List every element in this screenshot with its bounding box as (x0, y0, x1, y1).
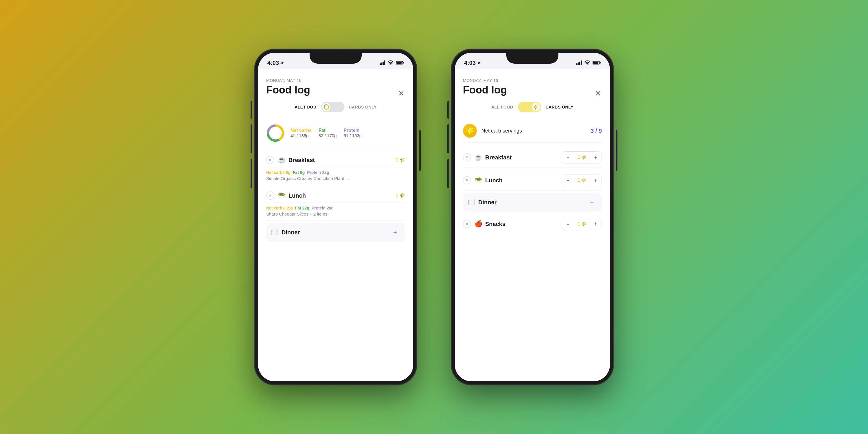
battery-icon-right (593, 61, 601, 65)
meal-dinner-left: 🍽️ Dinner + (266, 223, 405, 242)
svg-rect-21 (600, 62, 601, 64)
stat-fat-left: Fat 32 / 170g (318, 128, 337, 138)
net-carb-row-right: 🌾 Net carb servings 3 / 9 (463, 119, 602, 143)
stepper-plus-breakfast-right[interactable]: + (590, 152, 601, 163)
time-right: 4:03 (464, 60, 476, 66)
stepper-snacks-right: - 1 🌾 + (562, 218, 602, 230)
stepper-minus-snacks-right[interactable]: - (562, 218, 574, 230)
meal-macros-lunch-left: Net carbs 19g Fat 22g Protein 28g (266, 206, 405, 210)
protein-value-left: 51 / 153g (344, 133, 362, 138)
title-left: Food log (266, 84, 405, 96)
stepper-value-snacks-right: 1 🌾 (574, 218, 590, 230)
card-area-right: ✕ MONDAY, MAY 16 Food log ALL FOOD 🌾 CAR… (455, 69, 610, 381)
ring-container-left (266, 124, 285, 142)
status-icons-left (380, 60, 404, 65)
svg-rect-2 (382, 62, 384, 65)
breakfast-icon-left: ☕ (278, 156, 286, 164)
remove-snacks-right[interactable]: ✕ (463, 220, 471, 228)
stepper-breakfast-right: - 1 🌾 + (562, 151, 602, 163)
macro-carbs-breakfast-left: Net carbs 9g (266, 170, 290, 175)
breakfast-badge-left: 1 🌾 (396, 157, 405, 163)
remove-breakfast-right[interactable]: ✕ (463, 153, 471, 161)
dinner-name-right: Dinner (478, 199, 587, 206)
macro-protein-breakfast-left: Protein 22g (307, 170, 329, 175)
svg-point-19 (587, 64, 588, 65)
svg-rect-15 (576, 63, 578, 65)
nutrition-stats-left: Net carbs 41 / 135g Fat 32 / 170g (290, 128, 362, 138)
wheat-stepper-lunch-right: 🌾 (581, 178, 586, 183)
stepper-minus-breakfast-right[interactable]: - (562, 152, 574, 163)
meal-detail-lunch-left[interactable]: Net carbs 19g Fat 22g Protein 28g Sharp … (266, 203, 405, 221)
stepper-minus-lunch-right[interactable]: - (562, 175, 574, 186)
dinner-add-left[interactable]: + (390, 227, 400, 238)
battery-icon-left (396, 61, 404, 65)
meal-dinner-right: 🍽️ Dinner + (463, 193, 602, 212)
fat-value-left: 32 / 170g (318, 133, 337, 138)
net-carb-value-right: 3 / 9 (591, 128, 602, 134)
status-time-right: 4:03 ➤ (464, 60, 481, 66)
remove-lunch-left[interactable]: ✕ (266, 191, 274, 199)
location-arrow-right: ➤ (477, 60, 481, 65)
macro-fat-breakfast-left: Fat 9g (293, 170, 305, 175)
status-time-left: 4:03 ➤ (267, 60, 284, 66)
dinner-name-left: Dinner (281, 229, 390, 236)
toggle-right: ALL FOOD 🌾 CARBS ONLY (463, 102, 602, 112)
svg-rect-0 (380, 63, 381, 65)
macro-protein-lunch-left: Protein 28g (312, 206, 334, 210)
wifi-icon-right (585, 60, 590, 65)
meal-detail-breakfast-left[interactable]: Net carbs 9g Fat 9g Protein 22g Simple O… (266, 167, 405, 185)
nutrition-ring-left (266, 124, 285, 142)
meal-macros-breakfast-left: Net carbs 9g Fat 9g Protein 22g (266, 170, 405, 175)
remove-lunch-right[interactable]: ✕ (463, 176, 471, 184)
close-button-left[interactable]: ✕ (398, 89, 404, 98)
breakfast-name-right: Breakfast (485, 154, 562, 161)
meal-header-lunch-left: ✕ 🥗 Lunch 1 🌾 (266, 187, 405, 203)
wheat-stepper-snacks-right: 🌾 (581, 222, 586, 226)
svg-rect-16 (578, 62, 579, 65)
dinner-add-right[interactable]: + (587, 197, 597, 208)
dinner-icon-right: 🍽️ (468, 198, 475, 206)
stepper-plus-snacks-right[interactable]: + (590, 218, 601, 230)
stepper-lunch-right: - 1 🌾 + (562, 174, 602, 186)
wheat-coin-icon-right: 🌾 (466, 127, 474, 134)
breakfast-name-left: Breakfast (288, 157, 396, 163)
toggle-track-right[interactable]: 🌾 (518, 102, 541, 112)
app-content-left: ✕ MONDAY, MAY 16 Food log ALL FOOD (258, 69, 413, 381)
carbs-value-left: 41 / 135g (290, 133, 309, 138)
location-arrow-left: ➤ (281, 60, 284, 65)
meal-header-snacks-right: ✕ 🍎 Snacks - 1 🌾 + (463, 214, 602, 234)
title-right: Food log (463, 84, 602, 96)
notch-right (506, 53, 558, 64)
protein-label-left: Protein (344, 128, 362, 133)
lunch-name-right: Lunch (485, 177, 562, 184)
wheat-icon-lunch-left: 🌾 (399, 193, 405, 198)
date-right: MONDAY, MAY 16 (463, 78, 602, 83)
remove-breakfast-left[interactable]: ✕ (266, 156, 274, 164)
svg-rect-6 (403, 62, 404, 64)
signal-icon-left (380, 60, 385, 65)
card-area-left: ✕ MONDAY, MAY 16 Food log ALL FOOD (258, 69, 413, 381)
meal-snacks-right: ✕ 🍎 Snacks - 1 🌾 + (463, 214, 602, 234)
close-button-right[interactable]: ✕ (595, 89, 601, 98)
svg-rect-3 (384, 60, 385, 65)
stat-protein-left: Protein 51 / 153g (344, 128, 362, 138)
notch-left (310, 53, 362, 64)
meal-lunch-left: ✕ 🥗 Lunch 1 🌾 Net carbs 19g Fat 22g (266, 187, 405, 221)
meal-breakfast-left: ✕ ☕ Breakfast 1 🌾 Net carbs 9g Fat 9 (266, 152, 405, 185)
stepper-plus-lunch-right[interactable]: + (590, 175, 601, 186)
app-content-right: ✕ MONDAY, MAY 16 Food log ALL FOOD 🌾 CAR… (455, 69, 610, 381)
toggle-track-left[interactable] (321, 102, 344, 112)
svg-rect-18 (581, 60, 582, 65)
date-left: MONDAY, MAY 16 (266, 78, 405, 83)
signal-icon-right (576, 60, 582, 65)
meal-header-breakfast-left: ✕ ☕ Breakfast 1 🌾 (266, 152, 405, 167)
macro-fat-lunch-left: Fat 22g (295, 206, 309, 210)
meal-header-breakfast-right: ✕ ☕ Breakfast - 1 🌾 + (463, 147, 602, 167)
breakfast-icon-right: ☕ (474, 154, 482, 161)
svg-rect-17 (579, 62, 580, 65)
stepper-value-breakfast-right: 1 🌾 (574, 152, 590, 163)
toggle-all-food-label-left: ALL FOOD (294, 105, 316, 110)
snacks-icon-right: 🍎 (474, 220, 482, 228)
toggle-thumb-left (322, 103, 331, 111)
phones-container: 4:03 ➤ (255, 49, 613, 385)
